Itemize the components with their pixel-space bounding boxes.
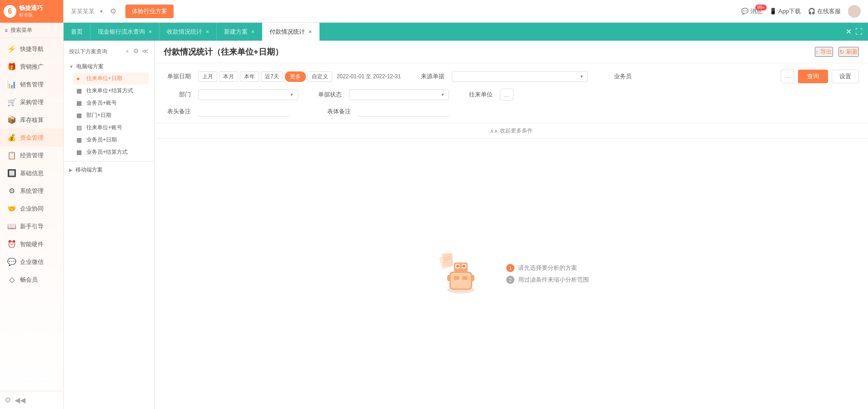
tree-item-unit-settle[interactable]: ▦ 往来单位+结算方式 [73, 85, 149, 97]
online-service[interactable]: 🎧 在线客服 [808, 7, 841, 15]
date-filter-label: 单据日期 [164, 72, 191, 81]
tree-item-staff-date[interactable]: ▦ 业务员+日期 [73, 134, 149, 146]
tree-item-unit-date[interactable]: ● 往来单位+日期 [73, 72, 149, 85]
refresh-icon: ↻ [839, 49, 844, 56]
sidebar-item-nav-label: 快捷导航 [20, 45, 44, 53]
date-btn-7days[interactable]: 近7天 [261, 71, 283, 82]
sidebar-item-hardware[interactable]: ⏰ 智能硬件 [0, 235, 63, 253]
settings-gear-icon[interactable]: ⚙ [5, 396, 11, 404]
tab-receipt-close[interactable]: × [206, 29, 209, 35]
sidebar-logo: 6 畅捷通巧 标准版 [0, 0, 63, 23]
company-dropdown-icon[interactable]: ▾ [100, 8, 103, 15]
app-download[interactable]: 📱 App下载 [769, 7, 801, 15]
sidebar-item-operations[interactable]: 📋 经营管理 [0, 146, 63, 164]
status-select[interactable]: ▾ [349, 89, 449, 100]
tab-new-close[interactable]: × [251, 29, 254, 35]
sidebar-item-nav[interactable]: ⚡ 快捷导航 [0, 40, 63, 58]
user-avatar[interactable] [848, 5, 861, 18]
tab-bank[interactable]: 现金银行流水查询 × [90, 23, 160, 41]
trial-button[interactable]: 体验行业方案 [125, 5, 174, 18]
sidebar-item-enterprise[interactable]: 🤝 企业协同 [0, 200, 63, 217]
tab-maximize-icon[interactable]: ⛶ [855, 28, 863, 36]
source-select[interactable]: ▾ [452, 71, 588, 82]
date-btn-last-month[interactable]: 上月 [198, 71, 217, 82]
body-note-input[interactable] [358, 106, 449, 116]
filter-query-actions: ... 查询 设置 [781, 70, 859, 83]
collapse-panel-btn[interactable]: ≪ [142, 47, 149, 56]
sidebar-item-funds[interactable]: 💰 资金管理 [0, 129, 63, 146]
tab-receipt[interactable]: 收款情况统计 × [160, 23, 217, 41]
date-btn-this-month[interactable]: 本月 [219, 71, 238, 82]
svg-rect-6 [471, 275, 474, 281]
collapse-conditions-button[interactable]: ∧∧ 收起更多条件 [490, 127, 533, 135]
date-btn-this-year[interactable]: 本年 [240, 71, 259, 82]
wechat-icon: 💬 [7, 258, 16, 266]
source-filter-label: 来源单据 [417, 72, 444, 81]
hint-num-2: 2 [506, 276, 514, 284]
service-label: 在线客服 [817, 7, 841, 15]
refresh-button[interactable]: ↻ 刷新 [838, 47, 859, 57]
sidebar-item-system[interactable]: ⚙ 系统管理 [0, 182, 63, 200]
dept-select[interactable]: ▾ [198, 89, 298, 100]
collapse-icon: ∧∧ [490, 128, 498, 134]
dept-dropdown-icon: ▾ [290, 91, 293, 98]
scheme-settings-btn[interactable]: ⚙ [133, 47, 139, 56]
panel-header: 按以下方案查询 ＋ ⚙ ≪ [64, 45, 154, 58]
header-note-input[interactable] [198, 106, 289, 116]
unit-filter-label: 往来单位 [465, 91, 493, 99]
tree-item-unit-account-icon: ▤ [76, 124, 84, 131]
tree-item-unit-account[interactable]: ▤ 往来单位+账号 [73, 121, 149, 134]
sidebar-item-basics[interactable]: 🔲 基础信息 [0, 164, 63, 182]
tree-item-dept-date[interactable]: ▦ 部门+日期 [73, 109, 149, 121]
tree-item-staff-settle[interactable]: ▦ 业务员+结算方式 [73, 146, 149, 158]
tree-item-unit-settle-label: 往来单位+结算方式 [86, 87, 133, 95]
date-range-display: 2022-01-01 至 2022-12-31 [337, 73, 401, 81]
search-menu-item[interactable]: ≡ 搜索菜单 [0, 23, 63, 38]
filter-row-3: 表头备注 表体备注 [164, 106, 859, 116]
add-scheme-btn[interactable]: ＋ [124, 47, 130, 56]
sidebar-footer: ⚙ ◀◀ [0, 391, 63, 409]
export-label: 导出 [820, 48, 832, 56]
setting-button[interactable]: 设置 [832, 70, 859, 83]
tab-new[interactable]: 新建方案 × [217, 23, 262, 41]
content-area: 按以下方案查询 ＋ ⚙ ≪ ▼ 电脑端方案 ● 往来单位+日期 [64, 41, 868, 409]
staff-filter-more[interactable]: ... [781, 70, 794, 83]
left-panel: 按以下方案查询 ＋ ⚙ ≪ ▼ 电脑端方案 ● 往来单位+日期 [64, 41, 155, 409]
desktop-arrow-icon: ▼ [69, 64, 74, 69]
tab-home[interactable]: 首页 [64, 23, 90, 41]
company-name: 某某某某 [71, 7, 95, 15]
topbar: 某某某某 ▾ ⚙ 体验行业方案 💬 消息 99+ 📱 App下载 🎧 在线客服 [64, 0, 868, 23]
desktop-section-toggle[interactable]: ▼ 电脑端方案 [69, 61, 149, 72]
tab-payment-close[interactable]: × [309, 29, 312, 35]
topbar-gear-icon[interactable]: ⚙ [110, 7, 116, 15]
tab-payment[interactable]: 付款情况统计 × [262, 23, 319, 41]
tab-bank-label: 现金银行流水查询 [98, 28, 145, 36]
export-button[interactable]: ↑ 导出 [815, 47, 833, 57]
unit-filter-more[interactable]: ... [500, 89, 514, 101]
tab-bank-close[interactable]: × [149, 29, 152, 35]
sidebar-item-member[interactable]: ◇ 畅会员 [0, 271, 63, 288]
tree-item-staff-date-icon: ▦ [76, 136, 84, 143]
sidebar-item-guide[interactable]: 📖 新手引导 [0, 217, 63, 235]
mobile-section-toggle[interactable]: ▶ 移动端方案 [69, 164, 149, 176]
tab-payment-label: 付款情况统计 [269, 28, 305, 36]
date-btn-custom[interactable]: 自定义 [308, 71, 332, 82]
collapse-sidebar-icon[interactable]: ◀◀ [15, 396, 25, 404]
sidebar-item-wechat[interactable]: 💬 企业微信 [0, 253, 63, 271]
sidebar-item-purchase[interactable]: 🛒 采购管理 [0, 93, 63, 111]
app-name-block: 畅捷通巧 标准版 [19, 5, 43, 18]
query-button[interactable]: 查询 [798, 70, 828, 83]
tab-close-all-icon[interactable]: ✕ [846, 27, 852, 36]
notification-badge[interactable]: 💬 消息 99+ [741, 7, 762, 15]
staff-filter-label: 业务员 [604, 72, 632, 81]
tree-item-unit-account-label: 往来单位+账号 [86, 124, 122, 131]
collapse-bar: ∧∧ 收起更多条件 [155, 123, 868, 139]
sidebar-item-marketing[interactable]: 🎁 营销推广 [0, 58, 63, 76]
body-note-label: 表体备注 [324, 107, 351, 116]
topbar-right: 💬 消息 99+ 📱 App下载 🎧 在线客服 [741, 5, 861, 18]
tree-item-staff-account[interactable]: ▦ 业务员+账号 [73, 97, 149, 109]
header-note-label: 表头备注 [164, 107, 191, 116]
sidebar-item-sales[interactable]: 📊 销售管理 [0, 76, 63, 93]
sidebar-item-inventory[interactable]: 📦 库存核算 [0, 111, 63, 129]
date-btn-more[interactable]: 更多 [285, 71, 306, 82]
